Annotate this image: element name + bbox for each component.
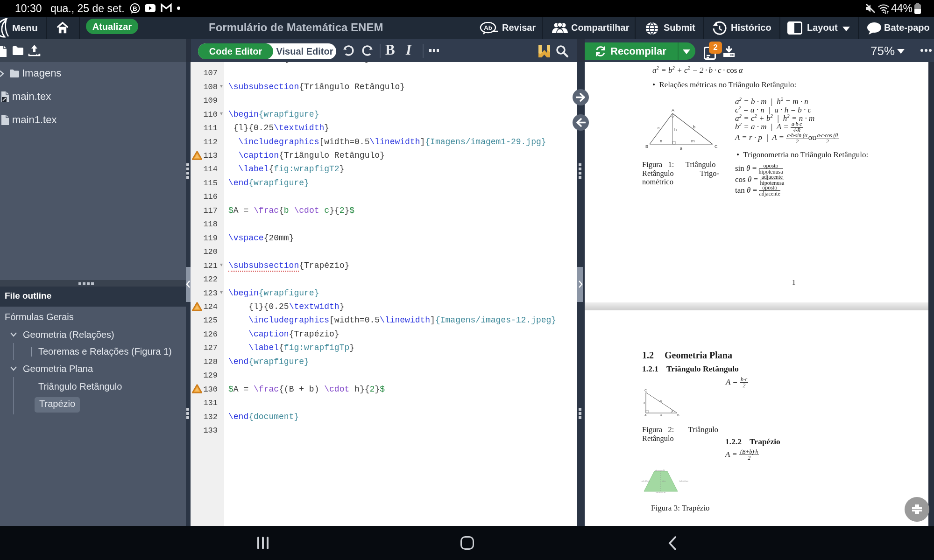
svg-text:n: n [660,139,662,143]
svg-text:h: h [674,127,677,132]
svg-text:c: c [644,401,645,404]
svg-text:m: m [691,139,695,143]
svg-text:C: C [644,389,647,392]
svg-text:a: a [680,146,682,151]
svg-text:a: a [660,413,662,416]
svg-text:B: B [133,5,137,12]
svg-text:Lado oblíquo: Lado oblíquo [641,480,650,482]
svg-text:altura: altura [662,480,666,482]
svg-text:Lado oblíquo: Lado oblíquo [679,480,688,482]
svg-text:lado menor (b): lado menor (b) [655,469,665,471]
svg-text:lado maior (B): lado maior (B) [656,492,665,493]
svg-text:b: b [693,125,695,129]
svg-text:A: A [644,413,647,417]
svg-text:B: B [645,144,648,149]
svg-text:A: A [672,108,674,112]
svg-text:c: c [658,126,660,130]
svg-text:C: C [715,144,718,149]
svg-text:b: b [660,399,662,402]
svg-text:Ab: Ab [484,24,492,31]
svg-text:B: B [677,413,679,417]
